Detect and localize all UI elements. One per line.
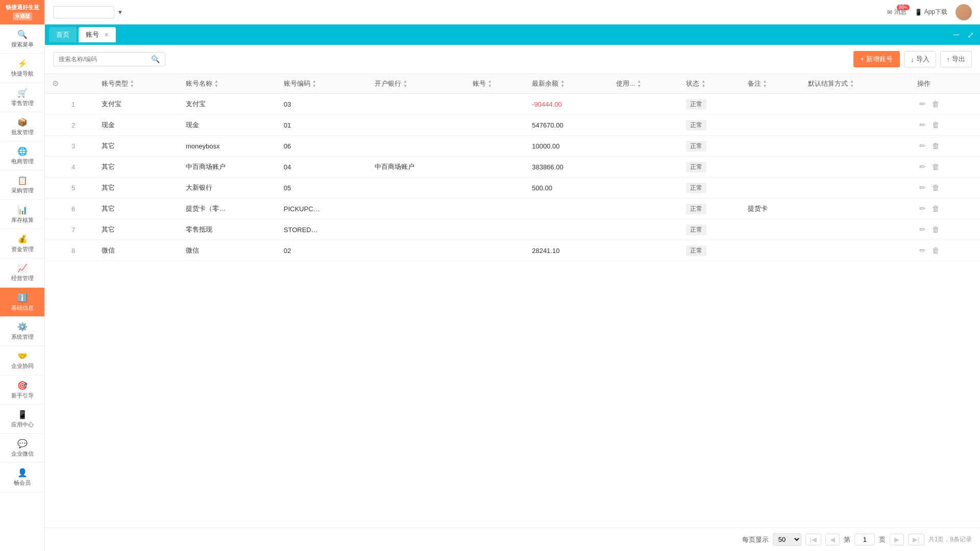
sidebar-item-purchase[interactable]: 📋 采购管理: [0, 170, 44, 199]
cell-name: 大新银行: [180, 178, 278, 198]
page-last-button[interactable]: ▶|: [908, 534, 924, 545]
sidebar-item-system[interactable]: ⚙️ 系统管理: [0, 317, 44, 346]
cell-usage: [610, 178, 680, 198]
page-text-label: 第: [844, 535, 850, 544]
status-badge: 正常: [686, 224, 706, 235]
sidebar-item-member[interactable]: 👤 畅会员: [0, 463, 44, 492]
status-badge: 正常: [686, 162, 706, 172]
toolbar-row: 🔍 + 新增账号 ↓ 导入 ↑ 导出: [45, 45, 980, 74]
edit-button-row-6[interactable]: ✏: [917, 224, 928, 235]
page-prev-button[interactable]: ◀: [825, 534, 840, 545]
status-sort-icon[interactable]: ▲▼: [701, 80, 705, 88]
tab-minimize-icon[interactable]: ─: [951, 29, 961, 41]
per-page-select[interactable]: 50 20 100: [773, 533, 801, 546]
col-type: 账号类型 ▲▼: [95, 74, 180, 94]
delete-button-row-4[interactable]: 🗑: [930, 182, 942, 193]
sidebar-item-enterprise-wechat[interactable]: 💬 企业微信: [0, 434, 44, 463]
cell-type: 现金: [95, 115, 180, 136]
export-button[interactable]: ↑ 导出: [940, 51, 972, 67]
sidebar-item-wholesale[interactable]: 📦 批发管理: [0, 112, 44, 141]
col-status-label: 状态: [686, 79, 699, 88]
sidebar-label-operations: 经营管理: [11, 274, 34, 282]
name-sort-icon[interactable]: ▲▼: [214, 80, 218, 88]
bank-sort-icon[interactable]: ▲▼: [403, 80, 407, 88]
col-balance-label: 最新余额: [532, 79, 558, 88]
delete-button-row-6[interactable]: 🗑: [930, 224, 942, 235]
topbar-right: ✉ 消息 99+ 📱 App下载: [887, 4, 972, 20]
page-number-input[interactable]: [854, 534, 875, 545]
cell-status: 正常: [680, 240, 741, 261]
cell-bank: [369, 94, 467, 115]
delete-button-row-2[interactable]: 🗑: [930, 140, 942, 151]
cell-balance: 383866.00: [526, 157, 610, 178]
per-page-label: 每页显示: [742, 535, 769, 544]
sidebar-item-basic[interactable]: ℹ️ 基础信息: [0, 288, 44, 317]
cell-status: 正常: [680, 178, 741, 198]
app-download-button[interactable]: 📱 App下载: [915, 8, 947, 16]
edit-button-row-0[interactable]: ✏: [917, 98, 928, 110]
cell-no: 1: [65, 94, 95, 115]
edit-button-row-4[interactable]: ✏: [917, 182, 928, 193]
code-sort-icon[interactable]: ▲▼: [312, 80, 316, 88]
col-name-label: 账号名称: [186, 79, 212, 88]
account-sort-icon[interactable]: ▲▼: [488, 80, 492, 88]
sidebar-item-finance[interactable]: 💰 资金管理: [0, 229, 44, 258]
delete-button-row-5[interactable]: 🗑: [930, 203, 942, 214]
tab-maximize-icon[interactable]: ⤢: [965, 29, 976, 41]
account-search-box[interactable]: 🔍: [53, 52, 165, 66]
sidebar-item-app-center[interactable]: 📱 应用中心: [0, 405, 44, 434]
sidebar-item-operations[interactable]: 📈 经营管理: [0, 258, 44, 287]
cell-status: 正常: [680, 157, 741, 178]
page-next-button[interactable]: ▶: [890, 534, 904, 545]
sidebar-item-search[interactable]: 🔍 搜索菜单: [0, 24, 44, 54]
status-badge: 正常: [686, 120, 706, 131]
import-button[interactable]: ↓ 导入: [904, 51, 936, 67]
user-avatar[interactable]: [955, 4, 972, 20]
account-table-container: ⚙ 账号类型 ▲▼ 账号名称 ▲▼: [45, 74, 980, 528]
edit-button-row-2[interactable]: ✏: [917, 140, 928, 152]
cell-remark: [742, 178, 802, 198]
remark-sort-icon[interactable]: ▲▼: [763, 80, 767, 88]
settle-sort-icon[interactable]: ▲▼: [850, 80, 854, 88]
sidebar-item-enterprise-agreement[interactable]: 🤝 企业协同: [0, 346, 44, 375]
delete-button-row-7[interactable]: 🗑: [930, 245, 942, 256]
cell-code: 01: [278, 115, 369, 136]
search-icon[interactable]: 🔍: [151, 55, 160, 63]
column-settings-icon[interactable]: ⚙: [52, 79, 59, 88]
topbar-search-input[interactable]: [53, 6, 114, 18]
cell-bank: [369, 115, 467, 136]
cell-default-settle: [802, 94, 911, 115]
tab-account[interactable]: 账号 ✕: [79, 27, 116, 42]
cell-type: 其它: [95, 136, 180, 157]
sidebar-item-retail[interactable]: 🛒 零售管理: [0, 83, 44, 112]
account-search-input[interactable]: [59, 56, 148, 63]
topbar-dropdown-icon[interactable]: ▾: [118, 8, 122, 16]
type-sort-icon[interactable]: ▲▼: [130, 80, 134, 88]
edit-button-row-1[interactable]: ✏: [917, 119, 928, 131]
cell-balance: 500.00: [526, 178, 610, 198]
add-account-button[interactable]: + 新增账号: [853, 51, 900, 67]
delete-button-row-3[interactable]: 🗑: [930, 161, 942, 172]
edit-button-row-7[interactable]: ✏: [917, 245, 928, 256]
cell-status: 正常: [680, 94, 741, 115]
page-first-button[interactable]: |◀: [805, 534, 821, 545]
page-suffix-label: 页: [879, 535, 886, 544]
message-button[interactable]: ✉ 消息 99+: [887, 8, 906, 16]
tab-home[interactable]: 首页: [49, 27, 77, 42]
cell-no: 8: [65, 240, 95, 261]
balance-sort-icon[interactable]: ▲▼: [560, 80, 565, 88]
tab-close-icon[interactable]: ✕: [104, 32, 109, 38]
cell-code: PICKUPC…: [278, 198, 369, 219]
sidebar-item-inventory[interactable]: 📊 库存核算: [0, 200, 44, 229]
usage-sort-icon[interactable]: ▲▼: [637, 80, 641, 88]
col-balance: 最新余额 ▲▼: [526, 74, 610, 94]
delete-button-row-0[interactable]: 🗑: [930, 98, 942, 109]
delete-button-row-1[interactable]: 🗑: [930, 119, 942, 130]
sidebar-item-guide[interactable]: 🎯 新手引导: [0, 375, 44, 405]
phone-icon: 📱: [915, 9, 922, 16]
edit-button-row-3[interactable]: ✏: [917, 161, 928, 172]
sidebar-item-shortcut[interactable]: ⚡ 快捷导航: [0, 54, 44, 83]
edit-button-row-5[interactable]: ✏: [917, 203, 928, 214]
sidebar-item-ecommerce[interactable]: 🌐 电商管理: [0, 141, 44, 170]
cell-account-no: [467, 157, 526, 178]
